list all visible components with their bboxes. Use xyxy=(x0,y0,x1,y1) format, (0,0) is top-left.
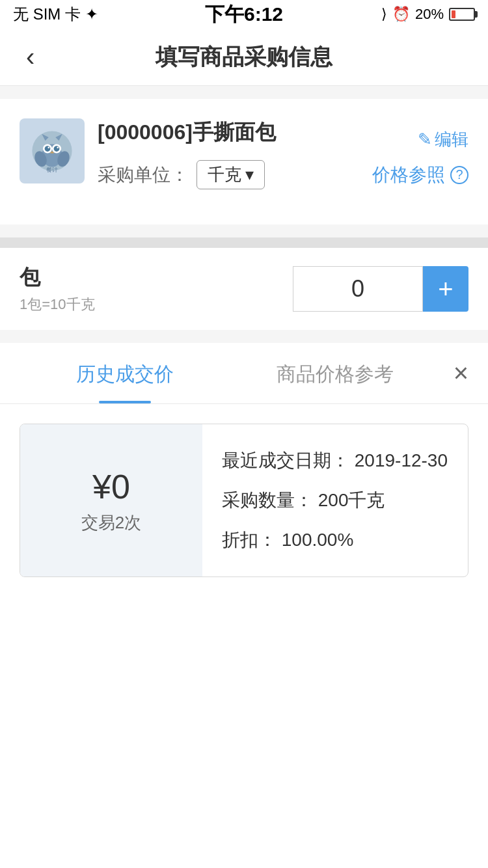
purchase-unit-row: 采购单位： 千克 ▾ 价格参照 ? xyxy=(98,160,468,189)
svg-text:餐计: 餐计 xyxy=(46,167,58,173)
product-info: [0000006]手撕面包 ✎ 编辑 采购单位： 千克 ▾ 价格参照 ? xyxy=(98,118,468,189)
battery-percent: 20% xyxy=(415,6,444,23)
unit-value: 千克 xyxy=(208,163,241,186)
status-time: 下午6:12 xyxy=(205,1,283,28)
price-card: ¥0 交易2次 最近成交日期： 2019-12-30 采购数量： 200千克 折… xyxy=(20,424,468,577)
product-name-row: [0000006]手撕面包 ✎ 编辑 xyxy=(98,118,468,160)
purchase-unit-label: 采购单位： xyxy=(98,163,189,187)
tab-history-price[interactable]: 历史成交价 xyxy=(20,343,230,403)
empty-space xyxy=(0,597,488,868)
quantity-detail-value: 200千克 xyxy=(318,490,385,510)
help-icon: ? xyxy=(450,166,468,184)
unit-select[interactable]: 千克 ▾ xyxy=(197,160,265,189)
status-left: 无 SIM 卡 ✦ xyxy=(13,4,98,25)
quantity-row: 包 1包=10千克 0 + xyxy=(0,248,488,330)
chevron-down-icon: ▾ xyxy=(245,165,254,185)
price-ref-button[interactable]: 价格参照 ? xyxy=(372,163,468,187)
location-icon: ⟩ xyxy=(381,6,387,23)
tabs-row: 历史成交价 商品价格参考 × xyxy=(0,343,488,404)
divider-bar xyxy=(0,237,488,248)
price-amount: ¥0 xyxy=(92,467,130,506)
svg-point-6 xyxy=(47,146,49,148)
recent-date-label: 最近成交日期： xyxy=(222,450,349,470)
price-ref-label: 价格参照 xyxy=(372,163,445,187)
quantity-detail-label: 采购数量： xyxy=(222,490,313,510)
quantity-row-detail: 采购数量： 200千克 xyxy=(222,486,448,515)
recent-date-row: 最近成交日期： 2019-12-30 xyxy=(222,446,448,476)
product-logo: 餐计 xyxy=(29,128,75,174)
quantity-label: 包 1包=10千克 xyxy=(20,264,95,314)
unit-convert: 1包=10千克 xyxy=(20,295,95,314)
status-right: ⟩ ⏰ 20% xyxy=(381,6,475,23)
tab-product-price-ref[interactable]: 商品价格参考 xyxy=(230,343,440,403)
tab-close-button[interactable]: × xyxy=(441,352,468,394)
transaction-count: 交易2次 xyxy=(81,511,141,534)
page-title: 填写商品采购信息 xyxy=(156,42,332,72)
battery-icon xyxy=(449,8,475,21)
status-bar: 无 SIM 卡 ✦ 下午6:12 ⟩ ⏰ 20% xyxy=(0,0,488,29)
product-image: 餐计 xyxy=(20,118,85,183)
discount-row: 折扣： 100.00% xyxy=(222,526,448,555)
discount-value: 100.00% xyxy=(282,530,354,550)
product-header: 餐计 [0000006]手撕面包 ✎ 编辑 采购单位： 千克 ▾ xyxy=(20,118,468,189)
price-left: ¥0 交易2次 xyxy=(20,424,202,576)
product-name: [0000006]手撕面包 xyxy=(98,118,276,147)
quantity-input[interactable]: 0 xyxy=(293,266,423,312)
price-right: 最近成交日期： 2019-12-30 采购数量： 200千克 折扣： 100.0… xyxy=(202,424,468,576)
history-content: ¥0 交易2次 最近成交日期： 2019-12-30 采购数量： 200千克 折… xyxy=(0,404,488,597)
edit-icon: ✎ xyxy=(418,129,432,150)
unit-label: 包 xyxy=(20,264,95,292)
back-button[interactable]: ‹ xyxy=(20,36,41,78)
edit-button[interactable]: ✎ 编辑 xyxy=(418,128,468,151)
svg-point-7 xyxy=(57,146,59,148)
nav-bar: ‹ 填写商品采购信息 xyxy=(0,29,488,86)
recent-date-value: 2019-12-30 xyxy=(355,450,448,470)
quantity-plus-button[interactable]: + xyxy=(423,266,468,312)
alarm-icon: ⏰ xyxy=(392,6,410,23)
svg-point-5 xyxy=(54,146,60,152)
purchase-unit-left: 采购单位： 千克 ▾ xyxy=(98,160,265,189)
bottom-section: 历史成交价 商品价格参考 × ¥0 交易2次 最近成交日期： 2019-12-3… xyxy=(0,343,488,868)
product-card: 餐计 [0000006]手撕面包 ✎ 编辑 采购单位： 千克 ▾ xyxy=(0,99,488,224)
quantity-control: 0 + xyxy=(293,266,468,312)
svg-point-4 xyxy=(45,146,51,152)
sim-status: 无 SIM 卡 ✦ xyxy=(13,4,98,25)
discount-label: 折扣： xyxy=(222,530,277,550)
